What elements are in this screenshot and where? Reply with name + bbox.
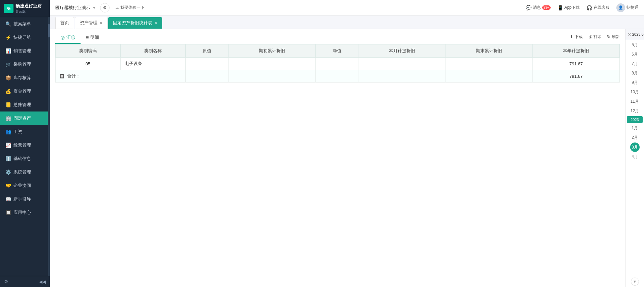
col-name: 类别名称	[120, 44, 185, 58]
sidebar-item-label: 基础信息	[13, 156, 31, 162]
inventory-icon: 📦	[5, 75, 11, 81]
date-month-2023-1[interactable]: 1月	[627, 124, 643, 133]
apps-icon: 🔲	[5, 210, 11, 215]
col-code: 类别编码	[56, 44, 121, 58]
total-label-cell: 🔲 合计：	[56, 70, 186, 83]
sidebar-item-quicknav[interactable]: ⚡ 快捷导航	[0, 31, 48, 44]
service-button[interactable]: 🎧 在线客服	[586, 5, 610, 10]
sidebar-item-basic[interactable]: ℹ️ 基础信息	[0, 152, 48, 165]
logo-main-text: 畅捷通好业财	[16, 3, 42, 9]
date-month-2023-2[interactable]: 2月	[627, 133, 643, 142]
sidebar: 畅 畅捷通好业财 普及版 🔍 搜索菜单 ⚡ 快捷导航 📊 销售管理 🛒 采购管理	[0, 0, 50, 287]
date-month-2023-4[interactable]: 4月	[627, 152, 643, 161]
date-month-10[interactable]: 10月	[627, 88, 643, 97]
date-month-2023-3[interactable]: 3月	[630, 142, 640, 152]
print-label: 打印	[593, 34, 602, 40]
date-month-6[interactable]: 6月	[627, 50, 643, 59]
total-monthly-dep	[359, 70, 446, 83]
date-month-9[interactable]: 9月	[627, 78, 643, 87]
logo-icon: 畅	[4, 4, 13, 13]
summary-icon: ◎	[61, 35, 65, 40]
col-net-value: 净值	[315, 44, 359, 58]
message-badge: 99+	[542, 5, 551, 10]
sidebar-item-label: 系统管理	[13, 169, 31, 175]
table-total-row: 🔲 合计： 791.67	[56, 70, 620, 83]
logo-sub-text: 普及版	[16, 9, 42, 13]
topbar-right: 💬 消息 99+ 📱 App下载 🎧 在线客服 👤 畅捷通	[526, 3, 639, 12]
sidebar-item-ledger[interactable]: 📒 总账管理	[0, 98, 48, 111]
user-menu[interactable]: 👤 畅捷通	[616, 3, 639, 12]
date-month-8[interactable]: 8月	[627, 69, 643, 78]
sidebar-settings-icon[interactable]: ⚙	[4, 279, 8, 284]
tabs-bar: 首页 资产管理 ✕ 固定资产折旧统计表 ✕	[50, 15, 644, 29]
sidebar-item-label: 库存核算	[13, 75, 31, 81]
basic-icon: ℹ️	[5, 156, 11, 161]
tab-home[interactable]: 首页	[55, 17, 74, 29]
sidebar-item-apps[interactable]: 🔲 应用中心	[0, 206, 48, 219]
tab-depreciation-close-icon[interactable]: ✕	[154, 21, 157, 25]
sub-tabs: ◎ 汇总 ≡ 明细 ⬇ 下载 🖨 打印	[50, 29, 625, 44]
settings-icon: ⚙	[103, 5, 107, 10]
sidebar-item-payroll[interactable]: 👥 工资	[0, 125, 48, 138]
date-panel-close-icon[interactable]: ✕	[627, 32, 632, 37]
message-button[interactable]: 💬 消息 99+	[526, 5, 551, 10]
sidebar-item-funds[interactable]: 💰 资金管理	[0, 85, 48, 98]
funds-icon: 💰	[5, 89, 11, 94]
date-month-12[interactable]: 12月	[627, 106, 643, 116]
cell-initial-dep	[228, 58, 315, 70]
fixed-icon: 🏢	[5, 116, 11, 121]
tab-depreciation-label: 固定资产折旧统计表	[113, 20, 152, 26]
sidebar-collapse-icon[interactable]: ◀◀	[39, 279, 46, 284]
sidebar-item-operations[interactable]: 📈 经营管理	[0, 138, 48, 152]
cell-net-value	[315, 58, 359, 70]
refresh-button[interactable]: ↻ 刷新	[607, 34, 620, 40]
topbar-settings-button[interactable]: ⚙	[100, 3, 110, 12]
app-download-button[interactable]: 📱 App下载	[557, 5, 580, 10]
date-year-2023: 2023	[627, 116, 643, 123]
sidebar-item-guide[interactable]: 📖 新手引导	[0, 192, 48, 206]
sub-tab-summary[interactable]: ◎ 汇总	[55, 32, 81, 44]
sidebar-item-search[interactable]: 🔍 搜索菜单	[0, 17, 48, 31]
total-end-dep	[446, 70, 532, 83]
sidebar-item-purchase[interactable]: 🛒 采购管理	[0, 58, 48, 71]
sub-tab-detail[interactable]: ≡ 明细	[81, 32, 104, 44]
total-net-value	[315, 70, 359, 83]
col-initial-dep: 期初累计折旧	[228, 44, 315, 58]
sidebar-scrollbar-thumb	[48, 24, 50, 37]
cell-end-dep	[446, 58, 532, 70]
date-month-7[interactable]: 7月	[627, 59, 643, 68]
topbar: 医疗器械行业演示 ▼ ⚙ ☁ 我要体验一下 💬 消息 99+ 📱 App下载 🎧…	[50, 0, 644, 15]
avatar: 👤	[616, 3, 625, 12]
download-button[interactable]: ⬇ 下载	[570, 34, 583, 40]
message-label: 消息	[533, 5, 541, 10]
date-month-5[interactable]: 5月	[627, 40, 643, 50]
total-icon: 🔲	[60, 74, 64, 78]
sidebar-item-sales[interactable]: 📊 销售管理	[0, 44, 48, 58]
sidebar-item-fixed[interactable]: 🏢 固定资产	[0, 111, 48, 125]
date-month-11[interactable]: 11月	[627, 97, 643, 106]
print-button[interactable]: 🖨 打印	[588, 34, 602, 40]
tab-home-label: 首页	[60, 20, 69, 26]
total-annual-dep: 791.67	[532, 70, 619, 83]
sidebar-scrollbar[interactable]	[48, 17, 50, 276]
toolbar-area: ⬇ 下载 🖨 打印 ↻ 刷新	[570, 34, 620, 42]
tab-asset-mgmt[interactable]: 资产管理 ✕	[75, 17, 108, 29]
company-selector[interactable]: 医疗器械行业演示 ▼	[55, 5, 96, 11]
trial-label: 我要体验一下	[120, 5, 145, 10]
service-label: 在线客服	[593, 5, 610, 10]
operations-icon: 📈	[5, 142, 11, 148]
download-icon: ⬇	[570, 34, 573, 39]
tab-asset-mgmt-close-icon[interactable]: ✕	[99, 21, 102, 25]
sidebar-item-label: 应用中心	[13, 210, 31, 216]
sidebar-item-enterprise[interactable]: 🤝 企业协同	[0, 179, 48, 192]
detail-icon: ≡	[86, 35, 89, 40]
sidebar-item-system[interactable]: ⚙️ 系统管理	[0, 165, 48, 179]
sidebar-item-label: 资金管理	[13, 88, 31, 94]
date-panel-nav-icon[interactable]: ▼	[631, 278, 639, 286]
tab-depreciation[interactable]: 固定资产折旧统计表 ✕	[108, 17, 162, 29]
trial-button[interactable]: ☁ 我要体验一下	[115, 5, 145, 10]
date-panel-bottom: ▼	[625, 276, 644, 287]
service-icon: 🎧	[586, 5, 592, 10]
sidebar-item-inventory[interactable]: 📦 库存核算	[0, 71, 48, 85]
date-panel-list: 5月 6月 7月 8月 9月 10月 11月 12月 2023 1月 2月 3月…	[625, 40, 644, 276]
